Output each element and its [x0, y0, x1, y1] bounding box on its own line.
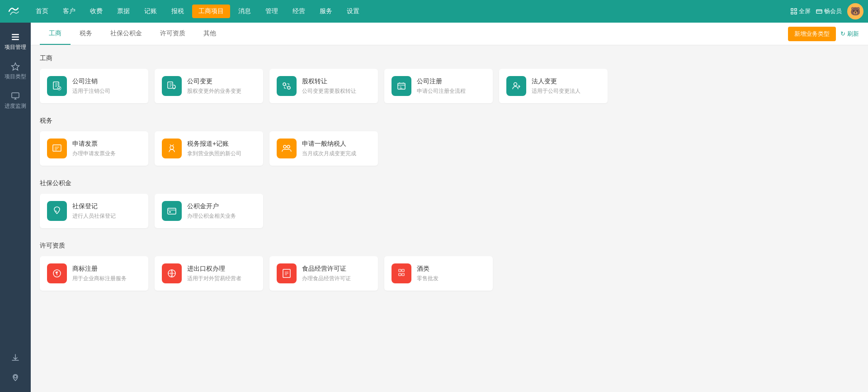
fullscreen-button[interactable]: 全屏	[791, 7, 811, 15]
card-desc: 零售批发	[417, 275, 486, 282]
svg-point-17	[514, 83, 517, 86]
nav-item-首页[interactable]: 首页	[29, 5, 55, 18]
card-title: 公司变更	[187, 77, 256, 86]
nav-item-记账[interactable]: 记账	[138, 5, 163, 18]
card-icon	[47, 139, 67, 158]
cards-grid: 申请发票办理申请发票业务税务报道+记账拿到营业执照的新公司申请一般纳税人当月或次…	[40, 131, 859, 166]
nav-item-报税[interactable]: 报税	[165, 5, 190, 18]
card-公司注册[interactable]: 公司注册申请公司注册全流程	[384, 69, 493, 103]
nav-item-设置[interactable]: 设置	[340, 5, 366, 18]
card-title: 进出口权办理	[187, 265, 256, 273]
card-icon	[47, 76, 67, 96]
svg-point-14	[283, 83, 286, 86]
card-desc: 拿到营业执照的新公司	[187, 150, 256, 158]
card-title: 商标注册	[72, 265, 141, 273]
top-nav-right: 全屏 畅会员 🐻	[791, 3, 863, 19]
vip-button[interactable]: 畅会员	[816, 7, 842, 15]
card-公司变更[interactable]: 公司变更股权变更外的业务变更	[155, 69, 263, 103]
card-公司注销[interactable]: 公司注销适用于注销公司	[40, 69, 148, 103]
sidebar-location-button[interactable]	[0, 368, 31, 387]
fullscreen-label: 全屏	[799, 7, 811, 15]
card-title: 公司注册	[417, 77, 486, 86]
card-申请一般纳税人[interactable]: 申请一般纳税人当月或次月成变更完成	[269, 131, 378, 166]
sidebar: 项目管理 项目类型 进度监测	[0, 23, 31, 392]
sidebar-download-button[interactable]	[0, 348, 31, 368]
svg-rect-0	[791, 9, 793, 10]
card-股权转让[interactable]: 股权转让公司变更需要股权转让	[269, 69, 378, 103]
tab-bar: 工商税务社保公积金许可资质其他新增业务类型↻刷新	[31, 23, 868, 45]
tab-税务[interactable]: 税务	[71, 23, 101, 45]
card-icon	[277, 76, 297, 96]
card-icon	[47, 201, 67, 221]
card-进出口权办理[interactable]: 进出口权办理适用于对外贸易经营者	[155, 256, 263, 291]
section-title: 社保公积金	[40, 179, 859, 187]
card-desc: 用于企业商标注册服务	[72, 275, 141, 282]
card-icon	[277, 263, 297, 283]
svg-rect-2	[791, 12, 793, 14]
section-title: 许可资质	[40, 242, 859, 250]
svg-marker-8	[12, 63, 19, 70]
card-申请发票[interactable]: 申请发票办理申请发票业务	[40, 131, 148, 166]
card-食品经营许可证[interactable]: 食品经营许可证办理食品经营许可证	[269, 256, 378, 291]
nav-item-消息[interactable]: 消息	[232, 5, 257, 18]
svg-point-19	[170, 146, 174, 149]
content-scroll[interactable]: 工商公司注销适用于注销公司公司变更股权变更外的业务变更股权转让公司变更需要股权转…	[31, 45, 868, 392]
nav-item-票据[interactable]: 票据	[111, 5, 136, 18]
tab-社保公积金[interactable]: 社保公积金	[101, 23, 151, 45]
tab-工商[interactable]: 工商	[40, 23, 71, 45]
nav-item-经营[interactable]: 经营	[286, 5, 311, 18]
card-info: 法人变更适用于公司变更法人	[532, 77, 600, 95]
svg-rect-27	[399, 269, 401, 272]
sidebar-item-project-type[interactable]: 项目类型	[0, 57, 31, 86]
card-info: 酒类零售批发	[417, 265, 486, 282]
card-desc: 当月或次月成变更完成	[302, 150, 371, 158]
card-desc: 适用于对外贸易经营者	[187, 275, 256, 282]
card-公积金开户[interactable]: 公积金开户办理公积金相关业务	[155, 194, 263, 228]
card-icon	[162, 76, 182, 96]
card-社保登记[interactable]: 社保登记进行人员社保登记	[40, 194, 148, 228]
card-info: 申请发票办理申请发票业务	[72, 140, 141, 158]
svg-rect-3	[795, 12, 797, 14]
top-navigation: 首页客户收费票据记账报税工商项目消息管理经营服务设置 全屏 畅会员 🐻	[0, 0, 868, 23]
nav-item-收费[interactable]: 收费	[84, 5, 109, 18]
card-desc: 申请公司注册全流程	[417, 87, 486, 95]
sidebar-item-project-management[interactable]: 项目管理	[0, 27, 31, 57]
card-icon	[277, 139, 297, 158]
svg-rect-18	[53, 145, 61, 151]
card-商标注册[interactable]: 商标注册用于企业商标注册服务	[40, 256, 148, 291]
card-desc: 进行人员社保登记	[72, 212, 141, 220]
svg-rect-1	[795, 9, 797, 10]
svg-rect-30	[402, 273, 404, 276]
nav-item-服务[interactable]: 服务	[313, 5, 339, 18]
sidebar-label-progress-monitor: 进度监测	[5, 102, 26, 110]
refresh-button[interactable]: ↻刷新	[840, 30, 859, 38]
card-酒类[interactable]: 酒类零售批发	[384, 256, 493, 291]
card-desc: 办理食品经营许可证	[302, 275, 371, 282]
card-icon	[392, 76, 411, 96]
new-type-button[interactable]: 新增业务类型	[788, 27, 836, 41]
nav-item-管理[interactable]: 管理	[259, 5, 284, 18]
tab-其他[interactable]: 其他	[194, 23, 225, 45]
card-info: 进出口权办理适用于对外贸易经营者	[187, 265, 256, 282]
nav-item-工商项目[interactable]: 工商项目	[192, 5, 230, 18]
svg-point-21	[287, 145, 290, 148]
nav-item-客户[interactable]: 客户	[57, 5, 82, 18]
cards-grid: 商标注册用于企业商标注册服务进出口权办理适用于对外贸易经营者食品经营许可证办理食…	[40, 256, 859, 291]
card-title: 社保登记	[72, 202, 141, 210]
card-title: 税务报道+记账	[187, 140, 256, 148]
card-title: 法人变更	[532, 77, 600, 86]
tab-许可资质[interactable]: 许可资质	[151, 23, 194, 45]
sidebar-bottom	[0, 348, 31, 387]
svg-rect-4	[816, 10, 822, 14]
section-title: 税务	[40, 117, 859, 125]
card-税务报道+记账[interactable]: 税务报道+记账拿到营业执照的新公司	[155, 131, 263, 166]
mascot-avatar: 🐻	[847, 3, 863, 19]
card-法人变更[interactable]: 法人变更适用于公司变更法人	[499, 69, 608, 103]
card-info: 公司变更股权变更外的业务变更	[187, 77, 256, 95]
card-desc: 股权变更外的业务变更	[187, 87, 256, 95]
card-title: 股权转让	[302, 77, 371, 86]
card-desc: 适用于注销公司	[72, 87, 141, 95]
card-info: 公积金开户办理公积金相关业务	[187, 202, 256, 220]
sidebar-item-progress-monitor[interactable]: 进度监测	[0, 86, 31, 115]
card-icon	[506, 76, 526, 96]
